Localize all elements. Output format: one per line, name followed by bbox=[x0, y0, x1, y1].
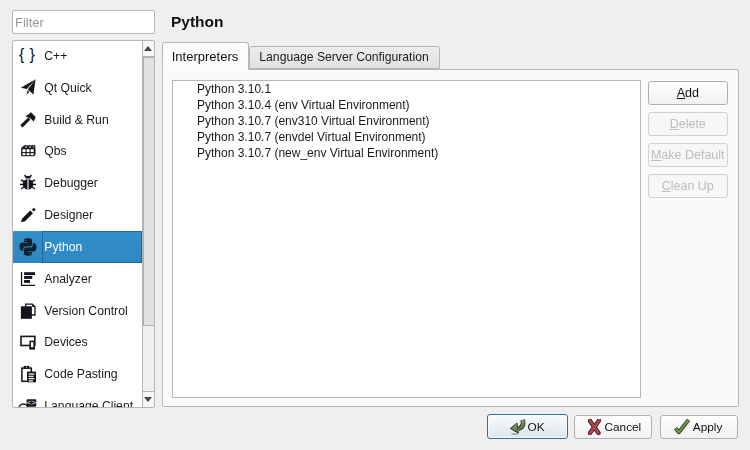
svg-text:<>: <> bbox=[27, 398, 36, 407]
